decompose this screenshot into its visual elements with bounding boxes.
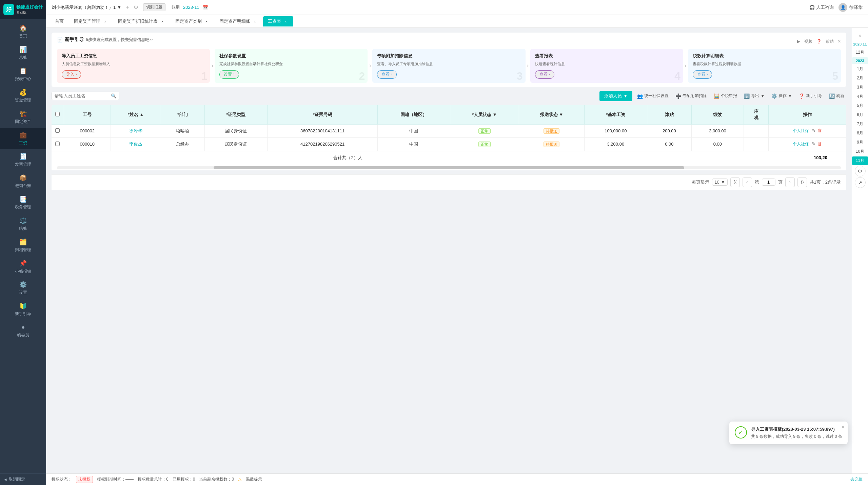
search-input[interactable]	[55, 93, 110, 98]
sidebar-item-assets[interactable]: 🏗️ 固定资产	[0, 107, 46, 128]
tax-declaration-button[interactable]: 🧮 个税申报	[712, 92, 739, 100]
sidebar-item-sales[interactable]: 📦 进销台账	[0, 171, 46, 192]
panel-month-9[interactable]: 9月	[852, 138, 868, 147]
beginner-guide-button[interactable]: ❓ 新手引导	[797, 92, 824, 100]
charge-link[interactable]: 去充值	[850, 477, 863, 482]
row1-edit-icon[interactable]: ✎	[812, 128, 815, 133]
tab-close-salary[interactable]: ×	[283, 19, 289, 24]
step-1-button[interactable]: 导入 ›	[62, 70, 81, 79]
sidebar-item-ledger[interactable]: 📊 总账	[0, 42, 46, 64]
tab-asset-category-label: 固定资产类别	[175, 18, 202, 24]
row1-name[interactable]: 徐泽华	[111, 124, 161, 137]
sidebar-item-expense[interactable]: 📌 小畅报销	[0, 256, 46, 278]
sidebar-item-invoice[interactable]: 🧾 发票管理	[0, 149, 46, 171]
special-deduction-button[interactable]: ➕ 专项附加扣除	[673, 92, 709, 100]
row1-name-link[interactable]: 徐泽华	[129, 128, 142, 133]
panel-month-8[interactable]: 8月	[852, 129, 868, 137]
sidebar-item-guide[interactable]: 🔰 新手引导	[0, 299, 46, 320]
tab-close-asset-category[interactable]: ×	[204, 19, 209, 24]
panel-month-3[interactable]: 3月	[852, 83, 868, 92]
social-insurance-button[interactable]: 👥 统一社保设置	[635, 92, 671, 100]
sidebar-item-home[interactable]: 🏠 首页	[0, 21, 46, 42]
row2-country: 中国	[378, 137, 450, 151]
first-page-button[interactable]: ⟨⟨	[730, 178, 740, 187]
tab-asset-detail[interactable]: 固定资产明细账 ×	[215, 16, 262, 26]
guide-help-label[interactable]: 帮助	[826, 39, 834, 44]
tab-close-fixed-assets-mgmt[interactable]: ×	[102, 19, 108, 24]
panel-month-12[interactable]: 12月	[852, 48, 868, 57]
panel-month-6[interactable]: 6月	[852, 111, 868, 119]
th-name[interactable]: *姓名 ▲	[111, 105, 161, 125]
row2-edit-icon[interactable]: ✎	[812, 141, 815, 146]
toast-close-button[interactable]: ×	[842, 424, 844, 430]
panel-expand-button[interactable]: »	[857, 31, 864, 40]
panel-month-7[interactable]: 7月	[852, 120, 868, 128]
tab-close-asset-detail[interactable]: ×	[252, 19, 258, 24]
search-icon[interactable]: 🔍	[111, 93, 116, 98]
row2-delete-icon[interactable]: 🗑	[817, 141, 822, 146]
row2-name[interactable]: 李俊杰	[111, 137, 161, 151]
add-person-button[interactable]: 添加人员 ▼	[599, 91, 632, 101]
add-account-icon[interactable]: ＋	[125, 4, 130, 11]
sidebar-item-archive[interactable]: 🗂️ 归档管理	[0, 235, 46, 256]
unfix-button[interactable]: ◄ 取消固定	[0, 473, 46, 485]
sidebar-item-salary[interactable]: 💼 工资	[0, 128, 46, 149]
sidebar-item-expense-label: 小畅报销	[15, 268, 31, 274]
refresh-button[interactable]: 🔄 刷新	[827, 92, 846, 100]
tab-salary[interactable]: 工资表 ×	[263, 16, 293, 26]
prev-page-button[interactable]: ‹	[743, 178, 752, 187]
row1-checkbox[interactable]	[55, 128, 60, 133]
row1-delete-icon[interactable]: 🗑	[817, 128, 822, 133]
settings-account-icon[interactable]: ⚙	[134, 4, 138, 11]
panel-icon-btn-1[interactable]: ⚙	[855, 166, 866, 176]
row2-checkbox-cell	[52, 137, 64, 151]
th-send-status[interactable]: 报送状态 ▼	[519, 105, 585, 125]
last-page-button[interactable]: ⟩⟩	[797, 178, 807, 187]
operations-button[interactable]: ⚙️ 操作 ▼	[769, 92, 794, 100]
row1-op-link[interactable]: 个人社保	[793, 128, 809, 133]
row1-operation: 个人社保 ✎ 🗑	[769, 124, 846, 137]
row2-checkbox[interactable]	[55, 142, 60, 146]
step-5-button[interactable]: 查看 ›	[693, 70, 712, 79]
sidebar-item-tax[interactable]: 📑 税务管理	[0, 192, 46, 213]
row2-name-link[interactable]: 李俊杰	[129, 142, 142, 147]
tab-close-depreciation[interactable]: ×	[160, 19, 165, 24]
ai-consult-button[interactable]: 🎧 人工咨询	[809, 4, 834, 11]
export-button[interactable]: ⬇️ 导出 ▼	[742, 92, 767, 100]
tab-fixed-assets-mgmt[interactable]: 固定资产管理 ×	[69, 16, 113, 26]
next-page-button[interactable]: ›	[785, 178, 795, 187]
panel-month-2[interactable]: 2月	[852, 74, 868, 82]
step-2-button[interactable]: 设置 ›	[219, 70, 239, 79]
row1-id-num: 360782200104131111	[268, 124, 378, 137]
period-label: 账期	[172, 4, 180, 10]
page-input[interactable]	[762, 179, 775, 186]
tab-asset-category[interactable]: 固定资产类别 ×	[171, 16, 214, 26]
panel-month-4[interactable]: 4月	[852, 92, 868, 101]
row2-op-link[interactable]: 个人社保	[793, 142, 809, 146]
step-4-button[interactable]: 查看 ›	[535, 70, 554, 79]
sidebar-item-settings[interactable]: ⚙️ 设置	[0, 278, 46, 299]
tab-home[interactable]: 首页	[50, 16, 68, 26]
old-version-button[interactable]: 切到旧版	[143, 3, 165, 11]
panel-month-1[interactable]: 1月	[852, 65, 868, 73]
guide-close-button[interactable]: ×	[838, 38, 841, 44]
panel-month-10[interactable]: 10月	[852, 147, 868, 156]
per-page-select[interactable]: 10 ▼	[712, 179, 727, 186]
sidebar-item-member[interactable]: ♦️ 畅会员	[0, 320, 46, 341]
sidebar-item-reports[interactable]: 📋 报表中心	[0, 64, 46, 85]
guide-video-label[interactable]: 视频	[804, 39, 812, 44]
step-3-button[interactable]: 查看 ›	[377, 70, 396, 79]
panel-icon-btn-2[interactable]: ↗	[855, 177, 866, 188]
panel-month-11[interactable]: 11月	[852, 156, 868, 165]
select-all-checkbox[interactable]	[55, 112, 60, 116]
dropdown-icon[interactable]: ▼	[117, 5, 121, 10]
tab-depreciation[interactable]: 固定资产折旧统计表 ×	[113, 16, 170, 26]
special-deduction-icon: ➕	[675, 93, 681, 99]
horizontal-scrollbar[interactable]	[57, 166, 841, 169]
footer-salary: 103,20	[800, 155, 841, 160]
panel-month-5[interactable]: 5月	[852, 101, 868, 110]
th-person-status[interactable]: *人员状态 ▼	[450, 105, 519, 125]
sidebar-item-close[interactable]: ⚖️ 结账	[0, 213, 46, 235]
sidebar-item-finance[interactable]: 💰 资金管理	[0, 85, 46, 107]
calendar-icon[interactable]: 📅	[203, 5, 208, 10]
